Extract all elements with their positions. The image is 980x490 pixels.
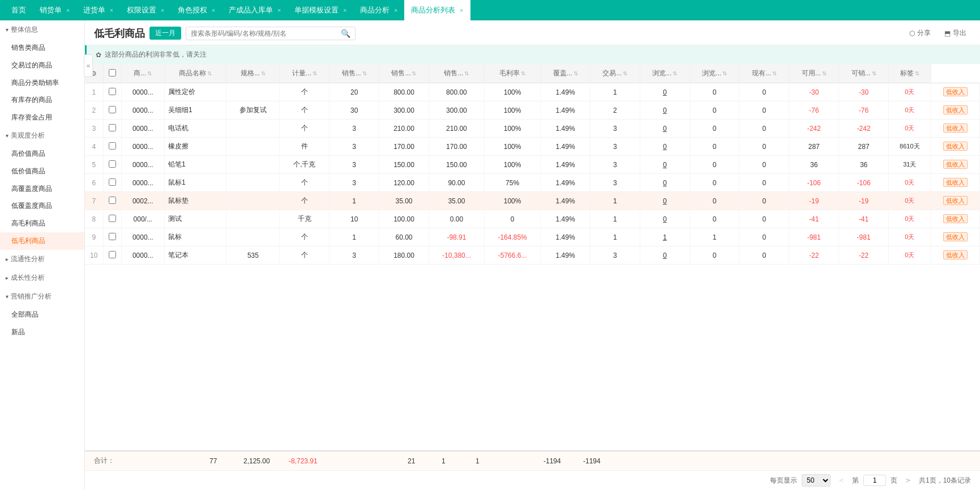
row-select-checkbox[interactable] bbox=[109, 251, 116, 258]
search-input[interactable] bbox=[191, 29, 341, 37]
col-tag[interactable]: 标签⇅ bbox=[888, 64, 931, 83]
nav-sales[interactable]: 销货单 × bbox=[33, 0, 76, 20]
row-select-checkbox[interactable] bbox=[109, 88, 116, 95]
row-checkbox[interactable] bbox=[103, 210, 121, 228]
col-available[interactable]: 可用...⇅ bbox=[789, 64, 839, 83]
sidebar-section-growth[interactable]: ▸ 成长性分析 bbox=[0, 269, 84, 287]
sidebar-item-in-stock[interactable]: 有库存的商品 bbox=[0, 91, 84, 109]
sidebar-item-category-rate[interactable]: 商品分类助销率 bbox=[0, 74, 84, 92]
row-select-checkbox[interactable] bbox=[109, 197, 116, 204]
page-number-input[interactable] bbox=[863, 475, 886, 486]
sidebar-collapse-btn[interactable]: « bbox=[84, 54, 93, 77]
col-margin[interactable]: 毛利率⇅ bbox=[485, 64, 541, 83]
row-select-checkbox[interactable] bbox=[109, 215, 116, 222]
row-trade[interactable]: 0 bbox=[640, 138, 690, 156]
sidebar-item-low-coverage[interactable]: 低覆盖度商品 bbox=[0, 197, 84, 215]
row-trade[interactable]: 0 bbox=[640, 192, 690, 210]
share-button[interactable]: ⬡ 分享 bbox=[905, 26, 935, 40]
col-checkbox[interactable] bbox=[103, 64, 121, 83]
col-qty[interactable]: 销售...⇅ bbox=[329, 64, 379, 83]
col-price[interactable]: 销售...⇅ bbox=[379, 64, 429, 83]
sidebar-item-low-value[interactable]: 低价值商品 bbox=[0, 163, 84, 180]
col-sale-amt[interactable]: 销售...⇅ bbox=[429, 64, 484, 83]
row-name[interactable]: 橡皮擦 bbox=[165, 138, 226, 156]
row-checkbox[interactable] bbox=[103, 228, 121, 246]
row-trade[interactable]: 0 bbox=[640, 83, 690, 101]
sidebar-item-sales-products[interactable]: 销售类商品 bbox=[0, 39, 84, 57]
close-icon[interactable]: × bbox=[212, 7, 215, 14]
col-name[interactable]: 商品名称⇅ bbox=[165, 64, 226, 83]
nav-product-analysis-list[interactable]: 商品分析列表 × bbox=[404, 0, 470, 20]
row-checkbox[interactable] bbox=[103, 246, 121, 265]
close-icon[interactable]: × bbox=[161, 7, 164, 14]
row-select-checkbox[interactable] bbox=[109, 106, 116, 113]
sidebar-section-marketing[interactable]: ▾ 营销推广分析 bbox=[0, 287, 84, 306]
prev-page-btn[interactable]: ＜ bbox=[835, 475, 848, 485]
row-name[interactable]: 吴细细1 bbox=[165, 101, 226, 120]
col-browse2[interactable]: 浏览...⇅ bbox=[690, 64, 739, 83]
close-icon[interactable]: × bbox=[277, 7, 281, 14]
sidebar-section-aesthetics[interactable]: ▾ 美观度分析 bbox=[0, 126, 84, 145]
sidebar-item-traded-products[interactable]: 交易过的商品 bbox=[0, 57, 84, 74]
row-name[interactable]: 铅笔1 bbox=[165, 156, 226, 174]
row-select-checkbox[interactable] bbox=[109, 160, 116, 168]
row-checkbox[interactable] bbox=[103, 174, 121, 192]
row-checkbox[interactable] bbox=[103, 156, 121, 174]
row-trade[interactable]: 0 bbox=[640, 210, 690, 228]
close-icon[interactable]: × bbox=[66, 7, 70, 14]
col-browse1[interactable]: 浏览...⇅ bbox=[640, 64, 690, 83]
col-stock[interactable]: 现有...⇅ bbox=[739, 64, 789, 83]
close-icon[interactable]: × bbox=[110, 7, 113, 14]
nav-home[interactable]: 首页 bbox=[5, 0, 33, 20]
row-trade[interactable]: 0 bbox=[640, 156, 690, 174]
row-name[interactable]: 电话机 bbox=[165, 120, 226, 138]
row-select-checkbox[interactable] bbox=[109, 233, 116, 240]
nav-permissions[interactable]: 权限设置 × bbox=[120, 0, 171, 20]
col-spec[interactable]: 规格...⇅ bbox=[226, 64, 280, 83]
close-icon[interactable]: × bbox=[394, 7, 397, 14]
close-icon[interactable]: × bbox=[343, 7, 346, 14]
export-button[interactable]: ⬒ 导出 bbox=[940, 26, 971, 40]
row-select-checkbox[interactable] bbox=[109, 142, 116, 150]
row-checkbox[interactable] bbox=[103, 120, 121, 138]
row-trade[interactable]: 0 bbox=[640, 120, 690, 138]
row-trade[interactable]: 1 bbox=[640, 228, 690, 246]
sidebar-item-high-coverage[interactable]: 高覆盖度商品 bbox=[0, 180, 84, 198]
sidebar-section-liquidity[interactable]: ▸ 流通性分析 bbox=[0, 250, 84, 269]
select-all-checkbox[interactable] bbox=[109, 69, 116, 76]
col-sellable[interactable]: 可销...⇅ bbox=[839, 64, 889, 83]
row-select-checkbox[interactable] bbox=[109, 124, 116, 131]
col-unit[interactable]: 计量...⇅ bbox=[280, 64, 329, 83]
row-trade[interactable]: 0 bbox=[640, 174, 690, 192]
row-checkbox[interactable] bbox=[103, 83, 121, 101]
close-icon[interactable]: × bbox=[460, 7, 463, 14]
row-name[interactable]: 鼠标垫 bbox=[165, 192, 226, 210]
col-coverage[interactable]: 覆盖...⇅ bbox=[541, 64, 590, 83]
row-checkbox[interactable] bbox=[103, 101, 121, 120]
sidebar-item-high-margin[interactable]: 高毛利商品 bbox=[0, 215, 84, 232]
row-name[interactable]: 笔记本 bbox=[165, 246, 226, 265]
col-code[interactable]: 商...⇅ bbox=[121, 64, 165, 83]
nav-template-settings[interactable]: 单据模板设置 × bbox=[288, 0, 353, 20]
nav-purchase[interactable]: 进货单 × bbox=[76, 0, 120, 20]
next-page-btn[interactable]: ＞ bbox=[902, 475, 914, 485]
row-trade[interactable]: 0 bbox=[640, 246, 690, 265]
row-checkbox[interactable] bbox=[103, 192, 121, 210]
sidebar-item-new-products[interactable]: 新品 bbox=[0, 323, 84, 341]
sidebar-section-overall[interactable]: ▾ 整体信息 bbox=[0, 20, 84, 39]
row-name[interactable]: 鼠标 bbox=[165, 228, 226, 246]
row-checkbox[interactable] bbox=[103, 138, 121, 156]
search-icon[interactable]: 🔍 bbox=[341, 29, 350, 38]
row-name[interactable]: 鼠标1 bbox=[165, 174, 226, 192]
sidebar-item-all-products[interactable]: 全部商品 bbox=[0, 306, 84, 323]
row-select-checkbox[interactable] bbox=[109, 178, 116, 186]
per-page-select[interactable]: 50 20 100 bbox=[802, 474, 831, 487]
col-trade[interactable]: 交易...⇅ bbox=[590, 64, 640, 83]
nav-product-analysis[interactable]: 商品分析 × bbox=[353, 0, 404, 20]
nav-products-import[interactable]: 产成品入库单 × bbox=[222, 0, 288, 20]
sidebar-item-high-value[interactable]: 高价值商品 bbox=[0, 145, 84, 163]
row-name[interactable]: 测试 bbox=[165, 210, 226, 228]
row-name[interactable]: 属性定价 bbox=[165, 83, 226, 101]
sidebar-item-capital[interactable]: 库存资金占用 bbox=[0, 109, 84, 126]
sidebar-item-low-margin[interactable]: 低毛利商品 bbox=[0, 232, 84, 250]
